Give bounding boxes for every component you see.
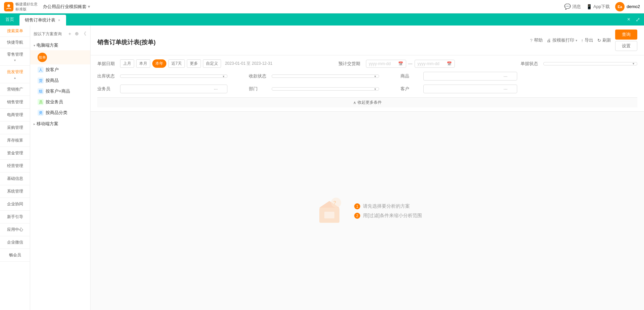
- scheme-by-cust-prod-icon: 组: [38, 88, 44, 94]
- salesman-input[interactable]: ···: [120, 85, 227, 93]
- tip-num-2: 2: [354, 213, 360, 219]
- scheme-settings-button[interactable]: ⊕: [74, 30, 79, 38]
- sidebar-item-ops[interactable]: 经营管理: [0, 160, 30, 172]
- sidebar-search[interactable]: 搜索菜单: [0, 25, 30, 37]
- this-month-button[interactable]: 本月: [136, 59, 150, 68]
- scheme-item-by-salesman[interactable]: 员 按业务员: [30, 97, 90, 107]
- page-title: 销售订单统计表(按单): [97, 38, 156, 46]
- template-print-button[interactable]: 🖨 按模板打印 ▾: [547, 37, 577, 43]
- bill-status-label: 单据状态: [521, 61, 539, 67]
- bill-status-select-wrapper: ▾: [543, 62, 637, 65]
- date-separator: —: [408, 61, 413, 66]
- app-title-area: 办公用品行业模拟账套 ▾: [43, 4, 90, 10]
- tab-sales-order-stats[interactable]: 销售订单统计表 ×: [19, 15, 66, 25]
- sidebar-quick-nav[interactable]: 快捷导航: [0, 37, 30, 48]
- sidebar-item-purchase[interactable]: 采购管理: [0, 121, 30, 134]
- dept-select-wrapper: ▾: [272, 87, 379, 91]
- scheme-item-by-order[interactable]: 按单: [30, 50, 90, 64]
- sidebar-item-finance[interactable]: 资金管理: [0, 147, 30, 160]
- logo-area: 畅捷通好生意 标准版: [4, 2, 38, 11]
- sidebar-search-label: 搜索菜单: [7, 29, 23, 33]
- tab-home[interactable]: 首页: [0, 13, 19, 25]
- scheme-by-customer-icon: 人: [38, 67, 44, 73]
- salesman-dots-button[interactable]: ···: [214, 86, 218, 92]
- app-download-button[interactable]: 📱 App下载: [586, 4, 610, 10]
- last-month-button[interactable]: 上月: [120, 59, 134, 68]
- scheme-item-by-customer[interactable]: 人 按客户: [30, 64, 90, 75]
- tab-close-button[interactable]: ×: [57, 17, 61, 23]
- custom-button[interactable]: 自定义: [203, 59, 221, 68]
- sidebar-purchase-label: 采购管理: [7, 125, 23, 131]
- refresh-button[interactable]: ↻ 刷新: [597, 37, 611, 43]
- last7-button[interactable]: 近7天: [168, 59, 185, 68]
- user-avatar: Ea: [615, 2, 625, 11]
- sidebar-item-appstore[interactable]: 应用中心: [0, 223, 30, 236]
- export-button[interactable]: ↑ 导出: [581, 37, 594, 43]
- sidebar-item-wholesale[interactable]: 批发管理 ▴: [0, 66, 30, 83]
- empty-tip-1: 1 请先选择要分析的方案: [354, 203, 422, 209]
- sidebar-item-sales[interactable]: 销售管理: [0, 96, 30, 109]
- scheme-item-by-category[interactable]: 类 按商品分类: [30, 107, 90, 118]
- sidebar-item-member[interactable]: 畅会员: [0, 249, 30, 262]
- collapse-button[interactable]: ∧ 收起更多条件: [97, 97, 637, 107]
- sidebar-item-wechat[interactable]: 企业微信: [0, 236, 30, 249]
- svg-rect-3: [324, 212, 334, 218]
- sidebar-wholesale-arrow: ▴: [14, 76, 16, 80]
- customer-input[interactable]: ···: [423, 85, 517, 93]
- scheme-item-by-product[interactable]: 货 按商品: [30, 75, 90, 86]
- receipt-status-select[interactable]: ▾: [272, 74, 379, 78]
- query-setting-group: 查询 设置: [615, 30, 637, 51]
- scheme-group-pc-header[interactable]: ▾ 电脑端方案: [30, 40, 90, 50]
- scheme-collapse-button[interactable]: 《: [81, 30, 87, 38]
- dept-select[interactable]: ▾: [272, 87, 379, 91]
- salesman-label: 业务员: [97, 86, 116, 92]
- help-button[interactable]: ? 帮助: [530, 37, 542, 43]
- scheme-item-by-cust-prod[interactable]: 组 按客户+商品: [30, 86, 90, 97]
- collapse-icon: ∧: [353, 100, 356, 105]
- sidebar-item-basic[interactable]: 基础信息: [0, 172, 30, 185]
- app-title-text: 办公用品行业模拟账套: [43, 4, 87, 10]
- tab-maximize-button[interactable]: ⤢: [634, 15, 641, 24]
- scheme-group-mobile-header[interactable]: ▸ 移动端方案: [30, 119, 90, 129]
- scheme-by-salesman-icon: 员: [38, 99, 44, 105]
- print-dropdown-arrow[interactable]: ▾: [576, 39, 577, 42]
- out-status-select[interactable]: ▾: [120, 74, 227, 78]
- sidebar-item-retail[interactable]: 零售管理 ▾: [0, 48, 30, 66]
- scheme-by-category-label: 按商品分类: [46, 110, 67, 116]
- empty-tip-2: 2 用[过滤]条件来缩小分析范围: [354, 213, 422, 219]
- sidebar-item-corp[interactable]: 企业协同: [0, 198, 30, 211]
- scheme-group-pc-label: 电脑端方案: [37, 42, 58, 48]
- sidebar-item-marketing[interactable]: 营销推广: [0, 83, 30, 96]
- date-range-text: 2023-01-01 至 2023-12-31: [225, 61, 272, 66]
- filter-row-1: 单据日期 上月 本月 本年 近7天 更多 自定义 2023-01-01 至 20…: [97, 59, 637, 68]
- out-status-select-wrapper: ▾: [120, 74, 227, 78]
- sidebar-inventory-label: 库存核算: [7, 138, 23, 143]
- out-status-label: 出库状态: [97, 73, 116, 79]
- query-button[interactable]: 查询: [615, 30, 637, 40]
- svg-point-0: [7, 4, 10, 7]
- sidebar-item-system[interactable]: 系统管理: [0, 185, 30, 198]
- app-title-dropdown-icon[interactable]: ▾: [88, 4, 90, 9]
- customer-dots-button[interactable]: ···: [503, 86, 507, 92]
- scheme-add-button[interactable]: ＋: [67, 30, 73, 38]
- calendar-start-icon: 📅: [398, 61, 403, 66]
- delivery-date-end[interactable]: yyyy-mm-dd 📅: [415, 60, 455, 68]
- this-year-button[interactable]: 本年: [152, 59, 166, 68]
- sidebar-item-inventory[interactable]: 库存核算: [0, 134, 30, 147]
- more-button[interactable]: 更多: [187, 59, 201, 68]
- page-header: 销售订单统计表(按单) ? 帮助 🖨 按模板打印 ▾ ↑ 导出: [91, 25, 644, 55]
- sidebar-item-ecom[interactable]: 电商管理: [0, 109, 30, 121]
- delivery-date-start[interactable]: yyyy-mm-dd 📅: [366, 60, 406, 68]
- sidebar-item-newbie[interactable]: 新手引导: [0, 211, 30, 223]
- scheme-by-cust-prod-label: 按客户+商品: [46, 88, 70, 94]
- user-area[interactable]: Ea demo2: [615, 2, 640, 11]
- product-dots-button[interactable]: ···: [503, 73, 507, 79]
- product-input[interactable]: ···: [423, 72, 517, 81]
- tab-close-all-button[interactable]: ×: [626, 15, 632, 24]
- product-label: 商品: [400, 73, 419, 79]
- sidebar-quick-nav-label: 快捷导航: [7, 40, 23, 45]
- bill-status-select[interactable]: ▾: [543, 62, 637, 65]
- setting-button[interactable]: 设置: [615, 41, 637, 51]
- message-button[interactable]: 💬 消息: [564, 3, 581, 10]
- help-icon: ?: [530, 38, 532, 43]
